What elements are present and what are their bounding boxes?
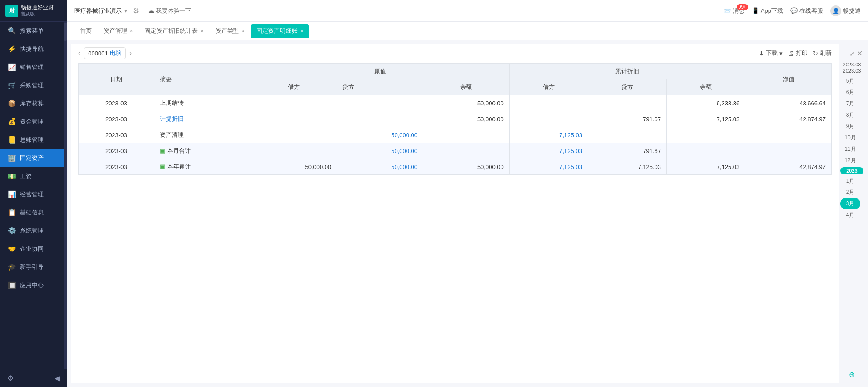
collapse-icon[interactable]: ◀: [55, 374, 60, 382]
tab-asset-manage[interactable]: 资产管理×: [98, 24, 138, 38]
app-download-icon: 📱: [752, 7, 759, 14]
logo-text: 畅捷通好业财: [21, 4, 54, 11]
col-net: 净值: [745, 64, 832, 95]
timeline-top-date2: 2023.03: [840, 68, 863, 74]
sidebar-scrollbar[interactable]: [64, 22, 67, 369]
sidebar-label-guide: 新手引导: [20, 263, 44, 271]
header-settings-icon[interactable]: ⚙: [133, 6, 139, 15]
print-label: 打印: [796, 49, 808, 57]
timeline-month-8月[interactable]: 8月: [840, 109, 860, 121]
prev-asset-btn[interactable]: ‹: [78, 49, 80, 57]
tab-asset-type[interactable]: 资产类型×: [210, 24, 250, 38]
header-right: 📨 消息 99+ 📱 App下载 💬 在线客服 👤 畅捷通: [724, 5, 861, 16]
timeline-month-6月[interactable]: 6月: [840, 87, 860, 98]
sidebar-item-app-center[interactable]: 🔲 应用中心: [0, 276, 64, 294]
sidebar-item-enterprise[interactable]: 🤝 企业协同: [0, 240, 64, 258]
timeline-2023-month-2月[interactable]: 2月: [840, 187, 860, 198]
cell-net: 42,874.97: [745, 159, 832, 175]
cell-accum-credit: 7,125.03: [588, 159, 666, 175]
cell-date: 2023-03: [79, 127, 154, 143]
sidebar-item-purchase[interactable]: 🛒 采购管理: [0, 76, 64, 94]
user-menu[interactable]: 👤 畅捷通: [830, 5, 861, 16]
tab-close-asset-manage[interactable]: ×: [130, 28, 133, 34]
cell-accum-debit: 7,125.03: [509, 127, 588, 143]
sidebar-item-quick-nav[interactable]: ⚡ 快捷导航: [0, 40, 64, 58]
timeline-scroll-down-icon[interactable]: ⊕: [849, 370, 855, 379]
asset-name: 电脑: [110, 49, 122, 57]
cell-net: 43,666.64: [745, 95, 832, 111]
timeline-month-7月[interactable]: 7月: [840, 98, 860, 109]
customer-service-btn[interactable]: 💬 在线客服: [790, 7, 823, 15]
timeline-2023-month-4月[interactable]: 4月: [840, 209, 860, 221]
sidebar-item-inventory[interactable]: 📦 库存核算: [0, 94, 64, 113]
sidebar-item-operations[interactable]: 📊 经营管理: [0, 185, 64, 203]
sidebar-item-sales[interactable]: 📈 销售管理: [0, 58, 64, 76]
sidebar-item-system[interactable]: ⚙️ 系统管理: [0, 222, 64, 240]
print-btn[interactable]: 🖨 打印: [788, 49, 808, 57]
message-btn[interactable]: 📨 消息 99+: [724, 7, 744, 15]
app-download-btn[interactable]: 📱 App下载: [752, 7, 783, 15]
panel-expand-icon[interactable]: ⤢: [849, 50, 855, 57]
cell-net: 42,874.97: [745, 111, 832, 127]
next-asset-btn[interactable]: ›: [129, 49, 132, 57]
main-area: 医疗器械行业演示 ▾ ⚙ ☁ 我要体验一下 📨 消息 99+ 📱 App下载 💬…: [67, 0, 868, 387]
toolbar-left: ‹ 000001 电脑 ›: [78, 47, 132, 59]
sidebar-label-system: 系统管理: [20, 227, 44, 235]
cell-orig-credit: 50,000.00: [337, 127, 423, 143]
panel-close-btn[interactable]: ✕: [857, 49, 863, 58]
finance-icon: 💰: [7, 117, 16, 126]
company-selector[interactable]: 医疗器械行业演示 ▾: [74, 7, 127, 15]
tab-asset-ledger[interactable]: 固定资产明细账×: [251, 24, 308, 38]
timeline-month-12月[interactable]: 12月: [840, 155, 860, 166]
timeline-month-10月[interactable]: 10月: [840, 132, 860, 144]
sidebar-item-guide[interactable]: 🎓 新手引导: [0, 258, 64, 276]
cell-accum-credit: [588, 95, 666, 111]
cell-date: 2023-03: [79, 143, 154, 159]
col-original: 原值: [251, 64, 509, 79]
experience-label: 我要体验一下: [156, 7, 191, 15]
cell-orig-credit: 50,000.00: [337, 159, 423, 175]
download-btn[interactable]: ⬇ 下载 ▾: [759, 49, 783, 57]
sidebar-label-purchase: 采购管理: [20, 81, 44, 89]
sidebar-item-search[interactable]: 🔍 搜索菜单: [0, 22, 64, 40]
sidebar-item-ledger[interactable]: 📒 总账管理: [0, 131, 64, 149]
sidebar-label-app-center: 应用中心: [20, 281, 44, 289]
sidebar-item-payroll[interactable]: 💵 工资: [0, 167, 64, 185]
sidebar-label-inventory: 库存核算: [20, 99, 44, 108]
tab-close-asset-type[interactable]: ×: [242, 28, 244, 34]
tab-depreciation-stats[interactable]: 固定资产折旧统计表×: [139, 24, 208, 38]
timeline-month-9月[interactable]: 9月: [840, 121, 860, 132]
tab-home[interactable]: 首页: [74, 24, 97, 38]
table-row: 2023-03 ▣本年累计 50,000.00 50,000.00 50,000…: [79, 159, 832, 175]
cell-accum-balance: 7,125.03: [667, 111, 745, 127]
tab-close-depreciation-stats[interactable]: ×: [200, 28, 203, 34]
tab-close-asset-ledger[interactable]: ×: [300, 28, 303, 34]
sidebar-item-finance[interactable]: 💰 资金管理: [0, 113, 64, 131]
sales-icon: 📈: [7, 63, 16, 72]
customer-service-icon: 💬: [790, 7, 798, 14]
settings-icon[interactable]: ⚙: [7, 374, 14, 382]
refresh-btn[interactable]: ↻ 刷新: [813, 49, 832, 57]
cell-orig-debit: 50,000.00: [251, 159, 337, 175]
col-orig-debit: 借方: [251, 79, 337, 95]
timeline-2023-month-1月[interactable]: 1月: [840, 175, 860, 187]
timeline-month-5月[interactable]: 5月: [840, 75, 860, 87]
cell-accum-credit: 791.67: [588, 143, 666, 159]
timeline-month-11月[interactable]: 11月: [840, 144, 860, 155]
timeline-2023-month-3月[interactable]: 3月: [840, 198, 860, 209]
logo-icon: 财: [5, 5, 18, 17]
sidebar-label-search: 搜索菜单: [20, 27, 44, 35]
table-wrapper: 日期 摘要 原值 累计折旧 净值 借方 贷方 余额 借方 贷方 余额: [71, 63, 839, 383]
payroll-icon: 💵: [7, 172, 16, 181]
download-icon: ⬇: [759, 50, 764, 57]
col-accum-dep: 累计折旧: [509, 64, 745, 79]
col-accum-balance: 余额: [667, 79, 745, 95]
sidebar-item-basic-info[interactable]: 📋 基础信息: [0, 203, 64, 222]
table-row: 2023-03 ▣本月合计 50,000.00 7,125.03 791.67: [79, 143, 832, 159]
sidebar-scrollbar-thumb[interactable]: [64, 23, 67, 41]
content-area: ‹ 000001 电脑 › ⬇ 下载 ▾ 🖨 打印: [71, 44, 864, 383]
experience-btn[interactable]: ☁ 我要体验一下: [148, 7, 191, 15]
sidebar-scroll: 🔍 搜索菜单 ⚡ 快捷导航 📈 销售管理 🛒 采购管理 📦 库存核算 💰 资金管…: [0, 22, 64, 369]
sidebar-item-fixed-assets[interactable]: 🏢 固定资产: [0, 149, 64, 167]
cell-accum-balance: [667, 143, 745, 159]
